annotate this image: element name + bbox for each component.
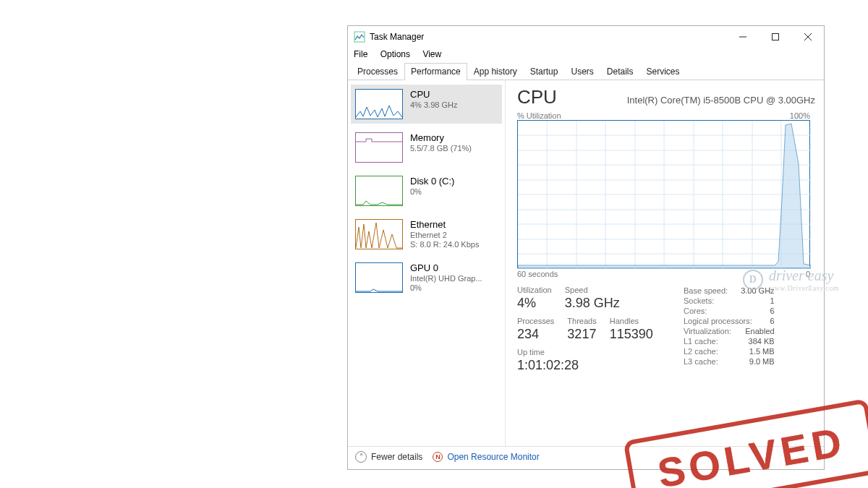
menu-view[interactable]: View bbox=[422, 49, 441, 59]
stat-label-handles: Handles bbox=[610, 317, 653, 325]
gpu-thumb-icon bbox=[355, 262, 403, 293]
spec-v: Enabled bbox=[745, 327, 774, 335]
footer: ˄ Fewer details N Open Resource Monitor bbox=[348, 446, 824, 466]
spec-v: 384 KB bbox=[749, 337, 775, 346]
sidebar-item-memory[interactable]: Memory 5.5/7.8 GB (71%) bbox=[351, 128, 502, 167]
titlebar: Task Manager bbox=[348, 26, 824, 48]
spec-v: 6 bbox=[770, 317, 775, 325]
stat-value-processes: 234 bbox=[517, 327, 554, 342]
sidebar-item-sub: Intel(R) UHD Grap... bbox=[410, 274, 482, 283]
tab-performance[interactable]: Performance bbox=[404, 63, 467, 80]
sidebar-item-label: CPU bbox=[410, 89, 457, 100]
memory-thumb-icon bbox=[355, 132, 403, 163]
tab-strip: Processes Performance App history Startu… bbox=[348, 62, 824, 80]
sidebar-item-cpu[interactable]: CPU 4% 3.98 GHz bbox=[351, 85, 502, 124]
sidebar-item-label: Ethernet bbox=[410, 219, 479, 230]
stat-value-handles: 115390 bbox=[610, 327, 653, 342]
stat-value-utilization: 4% bbox=[517, 296, 552, 311]
sidebar-item-disk-0[interactable]: Disk 0 (C:) 0% bbox=[351, 171, 502, 210]
sidebar-item-sub2: 0% bbox=[410, 283, 482, 292]
sidebar-item-gpu-0[interactable]: GPU 0 Intel(R) UHD Grap... 0% bbox=[351, 258, 502, 297]
disk-thumb-icon bbox=[355, 176, 403, 206]
tab-users[interactable]: Users bbox=[564, 63, 600, 80]
stat-value-threads: 3217 bbox=[567, 327, 596, 342]
spec-v: 9.0 MB bbox=[749, 357, 775, 366]
tab-processes[interactable]: Processes bbox=[351, 63, 404, 80]
cpu-stats: Utilization 4% Speed 3.98 GHz Processes … bbox=[517, 286, 815, 379]
cpu-thumb-icon bbox=[355, 89, 403, 119]
minimize-button[interactable] bbox=[726, 26, 759, 48]
spec-k: Sockets: bbox=[684, 296, 714, 305]
window-controls bbox=[726, 26, 824, 48]
spec-k: L2 cache: bbox=[684, 347, 718, 356]
close-button[interactable] bbox=[791, 26, 824, 48]
graph-label-tl: % Utilization bbox=[517, 111, 561, 120]
spec-v: 3.00 GHz bbox=[741, 286, 774, 295]
fewer-details-button[interactable]: ˄ Fewer details bbox=[355, 451, 422, 463]
window-title: Task Manager bbox=[370, 32, 726, 42]
spec-v: 1.5 MB bbox=[749, 347, 775, 356]
spec-k: Cores: bbox=[684, 307, 707, 315]
menu-file[interactable]: File bbox=[354, 49, 367, 59]
tab-services[interactable]: Services bbox=[640, 63, 686, 80]
cpu-model: Intel(R) Core(TM) i5-8500B CPU @ 3.00GHz bbox=[627, 95, 815, 106]
sidebar-item-sub: Ethernet 2 bbox=[410, 231, 479, 239]
sidebar-item-sub: 5.5/7.8 GB (71%) bbox=[410, 144, 472, 153]
spec-k: Base speed: bbox=[684, 286, 728, 295]
sidebar-item-label: Disk 0 (C:) bbox=[410, 176, 454, 187]
stat-label-processes: Processes bbox=[517, 317, 554, 325]
sidebar-item-sub: 0% bbox=[410, 187, 454, 196]
task-manager-window: Task Manager File Options View Processes… bbox=[347, 25, 825, 470]
tab-app-history[interactable]: App history bbox=[467, 63, 524, 80]
spec-k: L1 cache: bbox=[684, 337, 718, 346]
app-icon bbox=[354, 31, 365, 43]
ethernet-thumb-icon bbox=[355, 219, 403, 249]
resource-monitor-icon: N bbox=[433, 452, 443, 462]
open-resource-monitor-link[interactable]: N Open Resource Monitor bbox=[433, 452, 539, 462]
chevron-up-icon: ˄ bbox=[355, 451, 367, 463]
graph-label-tr: 100% bbox=[790, 111, 810, 120]
stat-label-utilization: Utilization bbox=[517, 286, 552, 294]
graph-label-bl: 60 seconds bbox=[517, 270, 558, 278]
page-title: CPU bbox=[517, 86, 557, 108]
tab-details[interactable]: Details bbox=[600, 63, 640, 80]
stat-label-threads: Threads bbox=[567, 317, 596, 325]
sidebar-item-label: GPU 0 bbox=[410, 262, 482, 273]
menu-options[interactable]: Options bbox=[380, 49, 410, 59]
sidebar-item-sub: 4% 3.98 GHz bbox=[410, 100, 457, 109]
stat-label-speed: Speed bbox=[565, 286, 620, 294]
open-resource-monitor-label: Open Resource Monitor bbox=[447, 452, 539, 462]
performance-main: CPU Intel(R) Core(TM) i5-8500B CPU @ 3.0… bbox=[506, 80, 824, 446]
spec-k: Virtualization: bbox=[684, 327, 731, 335]
cpu-utilization-graph bbox=[517, 120, 810, 268]
spec-k: L3 cache: bbox=[684, 357, 718, 366]
sidebar-item-sub2: S: 8.0 R: 24.0 Kbps bbox=[410, 240, 479, 249]
sidebar-item-ethernet[interactable]: Ethernet Ethernet 2 S: 8.0 R: 24.0 Kbps bbox=[351, 215, 502, 254]
tab-startup[interactable]: Startup bbox=[524, 63, 565, 80]
stat-value-speed: 3.98 GHz bbox=[565, 296, 620, 311]
stat-value-uptime: 1:01:02:28 bbox=[517, 358, 579, 373]
spec-v: 1 bbox=[770, 296, 775, 305]
spec-v: 6 bbox=[770, 307, 775, 315]
cpu-spec-list: Base speed:3.00 GHz Sockets:1 Cores:6 Lo… bbox=[684, 286, 775, 379]
spec-k: Logical processors: bbox=[684, 317, 752, 325]
maximize-button[interactable] bbox=[759, 26, 791, 48]
menubar: File Options View bbox=[348, 48, 824, 62]
sidebar-item-label: Memory bbox=[410, 132, 472, 143]
fewer-details-label: Fewer details bbox=[371, 452, 422, 462]
svg-rect-2 bbox=[772, 34, 778, 40]
graph-label-br: 0 bbox=[806, 270, 810, 278]
stat-label-uptime: Up time bbox=[517, 348, 579, 356]
performance-sidebar: CPU 4% 3.98 GHz Memory 5.5/7.8 GB (71%) bbox=[348, 80, 506, 446]
content: CPU 4% 3.98 GHz Memory 5.5/7.8 GB (71%) bbox=[348, 80, 824, 446]
